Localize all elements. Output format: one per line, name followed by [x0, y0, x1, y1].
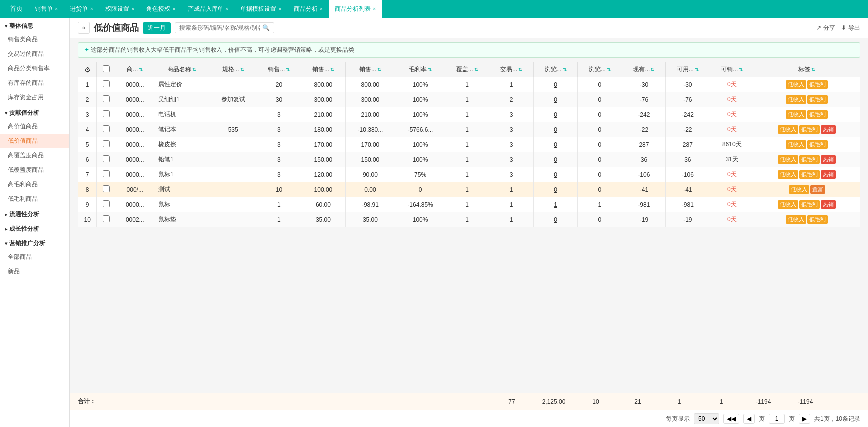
- browse1-link[interactable]: 0: [554, 81, 557, 88]
- browse1-link[interactable]: 1: [554, 201, 557, 208]
- col-coverage[interactable]: 覆盖...⇅: [445, 62, 489, 77]
- first-page-button[interactable]: ◀◀: [723, 414, 739, 424]
- cell-checkbox[interactable]: [97, 197, 116, 212]
- row-checkbox[interactable]: [103, 170, 110, 177]
- row-checkbox[interactable]: [103, 185, 110, 192]
- cell-browse1[interactable]: 0: [533, 122, 577, 137]
- filter-recent-month-button[interactable]: 近一月: [143, 22, 171, 34]
- sidebar-item-category-sales-rate[interactable]: 商品分类销售率: [0, 61, 69, 76]
- col-tags[interactable]: 标签⇅: [754, 62, 860, 77]
- cell-checkbox[interactable]: [97, 167, 116, 182]
- search-icon[interactable]: 🔍: [262, 24, 270, 31]
- col-sellable[interactable]: 可销...⇅: [710, 62, 754, 77]
- cell-browse1[interactable]: 0: [533, 167, 577, 182]
- cell-checkbox[interactable]: [97, 182, 116, 197]
- close-icon[interactable]: ×: [90, 6, 93, 12]
- table-container[interactable]: ⚙ 商...⇅ 商品名称⇅ 规格...⇅ 销售...⇅ 销售...⇅ 销售...…: [70, 62, 868, 393]
- row-checkbox[interactable]: [103, 200, 110, 207]
- sidebar-item-traded-products[interactable]: 交易过的商品: [0, 47, 69, 61]
- browse1-link[interactable]: 0: [554, 141, 557, 148]
- close-icon[interactable]: ×: [373, 6, 376, 12]
- col-trade[interactable]: 交易...⇅: [489, 62, 533, 77]
- cell-browse1[interactable]: 0: [533, 152, 577, 167]
- col-spec[interactable]: 规格...⇅: [210, 62, 257, 77]
- col-name[interactable]: 商品名称⇅: [154, 62, 210, 77]
- nav-item-auth-settings[interactable]: 权限设置 ×: [99, 0, 140, 18]
- close-icon[interactable]: ×: [278, 6, 281, 12]
- browse1-link[interactable]: 0: [554, 186, 557, 193]
- col-stock2[interactable]: 可用...⇅: [666, 62, 710, 77]
- sidebar-item-sales-products[interactable]: 销售类商品: [0, 32, 69, 47]
- browse1-link[interactable]: 0: [554, 126, 557, 133]
- close-icon[interactable]: ×: [320, 6, 323, 12]
- cell-checkbox[interactable]: [97, 107, 116, 122]
- cell-checkbox[interactable]: [97, 137, 116, 152]
- cell-browse1[interactable]: 0: [533, 182, 577, 197]
- row-checkbox[interactable]: [103, 95, 110, 102]
- close-icon[interactable]: ×: [55, 6, 58, 12]
- nav-item-purchase[interactable]: 进货单 ×: [64, 0, 99, 18]
- export-button[interactable]: ⬇ 导出: [841, 24, 860, 32]
- sidebar-item-low-coverage[interactable]: 低覆盖度商品: [0, 163, 69, 177]
- nav-item-template-settings[interactable]: 单据模板设置 ×: [234, 0, 287, 18]
- col-checkbox[interactable]: [97, 62, 116, 77]
- browse1-link[interactable]: 0: [554, 96, 557, 103]
- col-sales2[interactable]: 销售...⇅: [301, 62, 345, 77]
- cell-checkbox[interactable]: [97, 122, 116, 137]
- close-icon[interactable]: ×: [131, 6, 134, 12]
- col-stock1[interactable]: 现有...⇅: [622, 62, 665, 77]
- sidebar-item-low-value[interactable]: 低价值商品: [0, 134, 69, 148]
- sidebar-group-marketing[interactable]: ▾ 营销推广分析: [0, 235, 69, 250]
- row-checkbox[interactable]: [103, 155, 110, 162]
- col-sales3[interactable]: 销售...⇅: [345, 62, 395, 77]
- cell-browse1[interactable]: 1: [533, 197, 577, 212]
- cell-checkbox[interactable]: [97, 212, 116, 227]
- sidebar-item-new-products[interactable]: 新品: [0, 264, 69, 279]
- cell-browse1[interactable]: 0: [533, 92, 577, 107]
- sidebar-item-low-margin[interactable]: 低毛利商品: [0, 192, 69, 206]
- share-button[interactable]: ↗ 分享: [816, 24, 835, 32]
- cell-checkbox[interactable]: [97, 77, 116, 92]
- cell-checkbox[interactable]: [97, 152, 116, 167]
- close-icon[interactable]: ×: [225, 6, 228, 12]
- nav-item-sales[interactable]: 销售单 ×: [29, 0, 64, 18]
- nav-home[interactable]: 首页: [4, 0, 29, 18]
- cell-browse1[interactable]: 0: [533, 137, 577, 152]
- sidebar-group-contribution[interactable]: ▾ 贡献值分析: [0, 105, 69, 119]
- sidebar-group-growth[interactable]: ▸ 成长性分析: [0, 221, 69, 235]
- sidebar-item-high-coverage[interactable]: 高覆盖度商品: [0, 148, 69, 163]
- per-page-select[interactable]: 50 100 200: [694, 413, 719, 424]
- nav-item-product-analysis[interactable]: 商品分析 ×: [288, 0, 329, 18]
- nav-item-product-analysis-list[interactable]: 商品分析列表 ×: [329, 0, 382, 18]
- cell-browse1[interactable]: 0: [533, 77, 577, 92]
- sidebar-item-high-value[interactable]: 高价值商品: [0, 119, 69, 134]
- cell-checkbox[interactable]: [97, 92, 116, 107]
- cell-browse1[interactable]: 0: [533, 107, 577, 122]
- nav-item-role-auth[interactable]: 角色授权 ×: [140, 0, 181, 18]
- next-page-button[interactable]: ▶: [799, 414, 810, 424]
- prev-page-button[interactable]: ◀: [743, 414, 755, 424]
- browse1-link[interactable]: 0: [554, 111, 557, 118]
- gear-icon[interactable]: ⚙: [84, 66, 91, 74]
- cell-browse1[interactable]: 0: [533, 212, 577, 227]
- sidebar-group-overall[interactable]: ▾ 整体信息: [0, 18, 69, 32]
- select-all-checkbox[interactable]: [103, 65, 110, 72]
- search-input[interactable]: [179, 24, 260, 31]
- row-checkbox[interactable]: [103, 110, 110, 117]
- row-checkbox[interactable]: [103, 140, 110, 147]
- nav-item-product-inbound[interactable]: 产成品入库单 ×: [182, 0, 234, 18]
- col-margin[interactable]: 毛利率⇅: [395, 62, 445, 77]
- col-browse1[interactable]: 浏览...⇅: [533, 62, 577, 77]
- browse1-link[interactable]: 0: [554, 171, 557, 178]
- browse1-link[interactable]: 0: [554, 156, 557, 163]
- col-gear[interactable]: ⚙: [78, 62, 97, 77]
- col-browse2[interactable]: 浏览...⇅: [578, 62, 622, 77]
- browse1-link[interactable]: 0: [554, 216, 557, 223]
- close-icon[interactable]: ×: [172, 6, 175, 12]
- sidebar-item-high-margin[interactable]: 高毛利商品: [0, 177, 69, 192]
- row-checkbox[interactable]: [103, 215, 110, 222]
- row-checkbox[interactable]: [103, 80, 110, 87]
- sidebar-group-liquidity[interactable]: ▸ 流通性分析: [0, 206, 69, 221]
- sidebar-collapse-button[interactable]: «: [78, 22, 90, 34]
- col-code[interactable]: 商...⇅: [116, 62, 154, 77]
